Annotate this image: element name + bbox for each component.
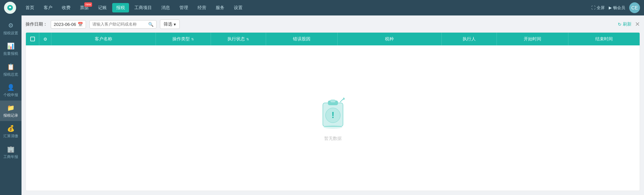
svg-text:!: !	[331, 110, 334, 120]
sort-icon-status: ⇅	[246, 37, 249, 41]
empty-illustration: !	[316, 94, 350, 131]
sidebar-item-报税记录[interactable]: 📁报税记录	[0, 101, 22, 121]
sidebar-item-个税申报[interactable]: 👤个税申报	[0, 80, 22, 101]
money-icon: 💰	[7, 124, 15, 132]
th-executor: 执行人	[442, 33, 497, 45]
th-checkbox[interactable]	[26, 33, 39, 45]
avatar[interactable]: CE	[629, 2, 640, 13]
member-icon: ▶	[609, 5, 612, 10]
fullscreen-icon: ⛶	[591, 5, 595, 10]
sort-icon: ⇅	[191, 37, 194, 41]
th-setting[interactable]: ⚙	[39, 33, 51, 45]
toolbar: 操作日期： 2023-06-06 📅 🔍 筛选 ▾ ↻ 刷新 ✕	[26, 20, 640, 29]
fullscreen-button[interactable]: ⛶ 全屏	[591, 5, 605, 11]
close-button[interactable]: ✕	[635, 21, 640, 28]
th-operation-type[interactable]: 操作类型 ⇅	[156, 33, 211, 45]
th-start-time: 开始时间	[497, 33, 568, 45]
sidebar-label: 工商年报	[3, 154, 18, 159]
table-header: ⚙ 客户名称 操作类型 ⇅ 执行状态 ⇅ 错误股因 税种	[26, 33, 640, 45]
sidebar-label: 报税总览	[3, 72, 18, 77]
th-customer-name: 客户名称	[51, 33, 156, 45]
search-input[interactable]	[92, 22, 147, 27]
date-value: 2023-06-06	[54, 22, 76, 27]
svg-rect-2	[330, 100, 336, 103]
th-end-time: 结束时间	[568, 33, 640, 45]
date-picker[interactable]: 2023-06-06 📅	[51, 20, 86, 29]
sidebar-item-报税总览[interactable]: 📋报税总览	[0, 60, 22, 80]
nav-items: 首页客户收费票据new记账报税工商项目消息管理经营服务设置	[22, 3, 591, 12]
nav-item-设置[interactable]: 设置	[230, 3, 247, 12]
chart-icon: 📊	[7, 42, 15, 50]
sidebar-item-报税设置[interactable]: ⚙报税设置	[0, 18, 22, 39]
nav-item-服务[interactable]: 服务	[212, 3, 228, 12]
refresh-label: 刷新	[623, 21, 632, 27]
refresh-button[interactable]: ↻ 刷新	[618, 21, 632, 27]
sidebar-item-工商年报[interactable]: 🏢工商年报	[0, 142, 22, 162]
header-checkbox	[30, 37, 35, 41]
th-tax-type: 税种	[338, 33, 442, 45]
toolbar-right: ↻ 刷新 ✕	[618, 21, 640, 28]
table-container: ⚙ 客户名称 操作类型 ⇅ 执行状态 ⇅ 错误股因 税种	[26, 32, 640, 191]
filter-label: 筛选	[164, 21, 172, 27]
main-layout: ⚙报税设置📊批量报税📋报税总览👤个税申报📁报税记录💰汇算清缴🏢工商年报 操作日期…	[0, 15, 644, 195]
th-exec-status[interactable]: 执行状态 ⇅	[211, 33, 266, 45]
sidebar-label: 批量报税	[3, 51, 18, 56]
svg-point-7	[324, 125, 342, 129]
nav-item-报税[interactable]: 报税	[112, 3, 129, 12]
sidebar-item-汇算清缴[interactable]: 💰汇算清缴	[0, 121, 22, 142]
logo[interactable]	[4, 2, 16, 14]
empty-text: 暂无数据	[324, 135, 342, 142]
person-icon: 👤	[7, 83, 15, 91]
nav-item-经营[interactable]: 经营	[194, 3, 210, 12]
sidebar-item-批量报税[interactable]: 📊批量报税	[0, 39, 22, 59]
sidebar-label: 个税申报	[3, 92, 18, 97]
avatar-text: CE	[631, 5, 638, 10]
search-box[interactable]: 🔍	[89, 20, 157, 29]
content-area: 操作日期： 2023-06-06 📅 🔍 筛选 ▾ ↻ 刷新 ✕	[22, 15, 644, 195]
svg-line-5	[340, 99, 344, 102]
calendar-icon: 📅	[78, 22, 83, 27]
chevron-down-icon: ▾	[174, 22, 176, 27]
nav-item-消息[interactable]: 消息	[157, 3, 174, 12]
nav-item-客户[interactable]: 客户	[40, 3, 56, 12]
settings-icon: ⚙	[43, 37, 47, 42]
search-icon: 🔍	[148, 22, 154, 27]
top-nav: 首页客户收费票据new记账报税工商项目消息管理经营服务设置 ⛶ 全屏 ▶ 畅会员…	[0, 0, 644, 15]
table-body: ! 暂无数据	[26, 45, 640, 191]
nav-item-票据[interactable]: 票据new	[76, 3, 93, 12]
nav-item-工商项目[interactable]: 工商项目	[130, 3, 156, 12]
sidebar-label: 报税设置	[3, 31, 18, 35]
sidebar-label: 汇算清缴	[3, 133, 18, 138]
fullscreen-label: 全屏	[597, 5, 605, 11]
top-nav-right: ⛶ 全屏 ▶ 畅会员 CE	[591, 2, 640, 13]
sidebar-label: 报税记录	[3, 113, 18, 118]
member-button[interactable]: ▶ 畅会员	[609, 5, 625, 11]
th-error-reason: 错误股因	[266, 33, 338, 45]
building-icon: 🏢	[7, 145, 15, 153]
report-icon: 📋	[7, 63, 15, 71]
sidebar: ⚙报税设置📊批量报税📋报税总览👤个税申报📁报税记录💰汇算清缴🏢工商年报	[0, 15, 22, 195]
nav-item-管理[interactable]: 管理	[175, 3, 192, 12]
filter-button[interactable]: 筛选 ▾	[160, 20, 180, 29]
nav-item-首页[interactable]: 首页	[22, 3, 38, 12]
nav-badge-new: new	[84, 2, 92, 7]
settings-icon: ⚙	[7, 22, 15, 30]
nav-item-记账[interactable]: 记账	[94, 3, 111, 12]
date-label: 操作日期：	[26, 21, 47, 27]
nav-item-收费[interactable]: 收费	[58, 3, 75, 12]
member-label: 畅会员	[613, 5, 625, 11]
empty-state: ! 暂无数据	[316, 94, 350, 142]
refresh-icon: ↻	[618, 22, 621, 27]
folder-icon: 📁	[7, 104, 15, 112]
